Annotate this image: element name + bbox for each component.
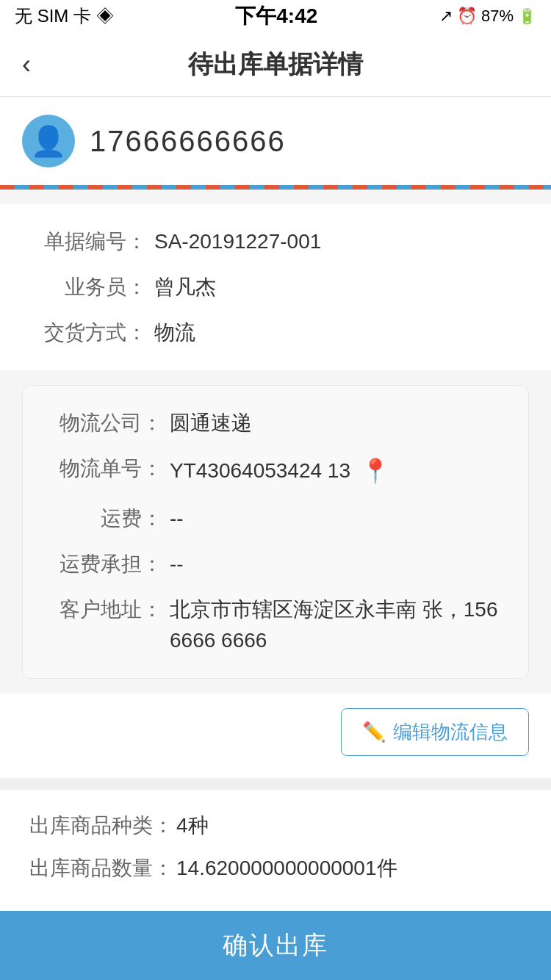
logistics-company-row: 物流公司： 圆通速递 [45, 408, 506, 439]
status-right: ↗ ⏰ 87% 🔋 [439, 7, 536, 26]
freight-bear-label: 运费承担： [45, 549, 162, 580]
salesman-value: 曾凡杰 [154, 272, 522, 303]
battery-text: 87% [481, 7, 514, 26]
product-stats-section: 出库商品种类： 4种 出库商品数量： 14.620000000000001件 [0, 790, 551, 904]
delivery-row: 交货方式： 物流 [29, 317, 522, 348]
doc-number-value: SA-20191227-001 [154, 226, 522, 257]
logistics-company-label: 物流公司： [45, 408, 162, 439]
edit-icon: ✏️ [362, 721, 386, 743]
edit-btn-wrap: ✏️ 编辑物流信息 [0, 693, 551, 778]
delivery-value: 物流 [154, 317, 522, 348]
tracking-number: YT43064053424 13 [170, 455, 350, 486]
delivery-label: 交货方式： [29, 317, 147, 348]
freight-value: -- [170, 503, 506, 534]
product-quantity-value: 14.620000000000001件 [176, 854, 397, 882]
product-quantity-row: 出库商品数量： 14.620000000000001件 [29, 854, 522, 882]
sim-wifi-text: 无 SIM 卡 ◈ [15, 4, 114, 28]
battery-icon: 🔋 [518, 7, 536, 25]
logistics-company-value: 圆通速递 [170, 408, 506, 439]
address-label: 客户地址： [45, 594, 162, 625]
logistics-tracking-row: 物流单号： YT43064053424 13 📍 [45, 453, 506, 489]
freight-row: 运费： -- [45, 503, 506, 534]
page-title: 待出库单据详情 [188, 48, 363, 82]
avatar: 👤 [22, 115, 75, 167]
dashed-divider [0, 185, 551, 190]
product-types-row: 出库商品种类： 4种 [29, 812, 522, 840]
back-button[interactable]: ‹ [22, 49, 31, 80]
salesman-row: 业务员： 曾凡杰 [29, 272, 522, 303]
address-value: 北京市市辖区海淀区永丰南 张，156 6666 6666 [170, 594, 506, 656]
status-bar: 无 SIM 卡 ◈ 下午4:42 ↗ ⏰ 87% 🔋 [0, 0, 551, 32]
alarm-icon: ⏰ [457, 7, 477, 26]
confirm-outbound-button[interactable]: 确认出库 [223, 929, 328, 962]
basic-info-section: 单据编号： SA-20191227-001 业务员： 曾凡杰 交货方式： 物流 [0, 204, 551, 370]
status-time: 下午4:42 [235, 2, 317, 30]
product-quantity-label: 出库商品数量： [29, 854, 176, 882]
phone-header: 👤 17666666666 [0, 97, 551, 185]
nav-bar: ‹ 待出库单据详情 [0, 32, 551, 97]
confirm-btn-wrap: 确认出库 [0, 911, 551, 980]
freight-label: 运费： [45, 503, 162, 534]
edit-logistics-button[interactable]: ✏️ 编辑物流信息 [341, 708, 529, 756]
user-icon: 👤 [30, 124, 67, 159]
freight-bear-row: 运费承担： -- [45, 549, 506, 580]
logistics-tracking-label: 物流单号： [45, 453, 162, 484]
tracking-location-icon[interactable]: 📍 [361, 453, 390, 489]
edit-logistics-label: 编辑物流信息 [393, 719, 508, 745]
status-left: 无 SIM 卡 ◈ [15, 4, 114, 28]
logistics-tracking-value: YT43064053424 13 📍 [170, 453, 506, 489]
phone-number: 17666666666 [90, 125, 286, 158]
salesman-label: 业务员： [29, 272, 147, 303]
doc-number-row: 单据编号： SA-20191227-001 [29, 226, 522, 257]
location-icon: ↗ [439, 7, 453, 26]
product-types-value: 4种 [176, 812, 209, 840]
product-types-label: 出库商品种类： [29, 812, 176, 840]
doc-number-label: 单据编号： [29, 226, 147, 257]
logistics-card: 物流公司： 圆通速递 物流单号： YT43064053424 13 📍 运费： … [22, 385, 529, 679]
freight-bear-value: -- [170, 549, 506, 580]
section-divider [0, 778, 551, 790]
address-row: 客户地址： 北京市市辖区海淀区永丰南 张，156 6666 6666 [45, 594, 506, 656]
